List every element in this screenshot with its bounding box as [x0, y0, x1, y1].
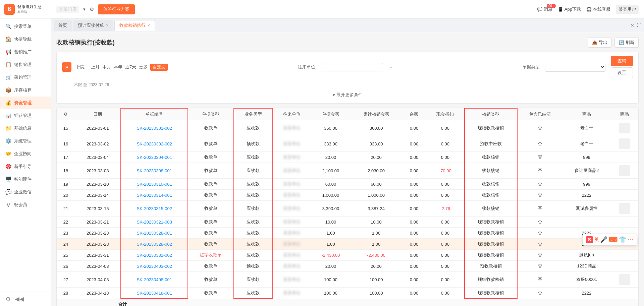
doc-no-link[interactable]: SK-20230304-001 [137, 155, 172, 160]
online-service-button[interactable]: 🎧 在线客服 [586, 6, 610, 12]
doc-no-link[interactable]: SK-20230308-001 [137, 168, 172, 173]
date-shortcut-custom[interactable]: 自定义 [150, 64, 168, 71]
collapse-icon[interactable]: ◀◀ [15, 295, 24, 303]
header-gear-icon[interactable]: ⚙ [90, 6, 94, 12]
doc-no-link[interactable]: SK-20230310-001 [137, 182, 172, 187]
col-header-include-settled[interactable]: 包含已结清 [517, 108, 562, 120]
doc-no-link[interactable]: SK-20230328-002 [137, 242, 172, 247]
setting-button[interactable]: 设置 [611, 67, 633, 78]
cell-seq: 17 [57, 152, 75, 163]
date-shortcut-7days[interactable]: 近7天 [125, 64, 136, 70]
app-download-button[interactable]: 📱 App下载 [558, 6, 581, 12]
doc-no-link[interactable]: SK-20230314-001 [137, 193, 172, 198]
doc-no-link[interactable]: SK-20230403-002 [137, 264, 172, 269]
sidebar-item-purchase[interactable]: 🛒 采购管理 [0, 71, 51, 84]
sidebar-item-inventory[interactable]: 📦 库存核算 [0, 84, 51, 97]
sidebar-item-hardware[interactable]: 🖥️ 智能硬件 [0, 173, 51, 186]
sidebar-item-guide[interactable]: 🎯 新手引导 [0, 160, 51, 173]
header-dropdown-icon[interactable]: ▾ [83, 7, 86, 12]
sidebar-item-enterprise[interactable]: 🤝 企业协同 [0, 147, 51, 160]
filter-area: » 日期 上月 本月 本年 近7天 更多 自定义 往来单位 ··· 单据类型 [56, 52, 639, 104]
cell-doc-no: SK-20230328-001 [121, 228, 188, 239]
tab-prepay[interactable]: 预计应收付单 × [73, 20, 113, 31]
keyboard-icon[interactable]: ⌨ [609, 236, 618, 243]
cell-partner: 某某单位 [273, 272, 311, 288]
doc-no-link[interactable]: SK-20230302-002 [137, 141, 172, 146]
sidebar-item-operations[interactable]: 📊 经营管理 [0, 109, 51, 122]
date-shortcut-this-year[interactable]: 本年 [114, 64, 122, 70]
filter-toggle-button[interactable]: » [62, 62, 71, 72]
export-button[interactable]: 📤 导出 [588, 38, 612, 48]
cell-balance: 0.00 [402, 272, 426, 288]
cell-amount: -2,430.00 [311, 250, 351, 261]
tab-expand-icon[interactable]: ⛶ [637, 23, 641, 28]
grid-icon[interactable]: ⋯ [628, 236, 634, 243]
col-header-biz-type[interactable]: 业务类型 [234, 108, 273, 120]
cell-date: 2023-04-18 [75, 288, 121, 299]
sidebar-item-system[interactable]: ⚙️ 系统管理 [0, 135, 51, 147]
doc-no-link[interactable]: SK-20230418-001 [137, 291, 172, 296]
sidebar-item-search[interactable]: 🔍 搜索菜单 [0, 20, 51, 33]
sidebar-item-wechat[interactable]: 💬 企业微信 [0, 186, 51, 198]
tab-close-all-icon[interactable]: ✕ [631, 23, 634, 28]
doc-no-link[interactable]: SK-20230301-002 [137, 126, 172, 131]
cell-balance: 0.00 [402, 163, 426, 179]
col-header-doc-type[interactable]: 单据类型 [188, 108, 233, 120]
doc-no-link[interactable]: SK-20230315-002 [137, 206, 172, 211]
messages-button[interactable]: 💬 消息 99+ [537, 6, 552, 12]
table-row: 17 2023-03-04 SK-20230304-001 收款单 应收款 某某… [57, 152, 638, 163]
sidebar-item-quick-nav[interactable]: 🏠 快捷导航 [0, 33, 51, 46]
doc-no-link[interactable]: SK-20230331-002 [137, 253, 172, 258]
doc-no-link[interactable]: SK-20230408-001 [137, 277, 172, 282]
cell-doc-type: 收款单 [188, 163, 233, 179]
col-header-doc-no[interactable]: 单据编号 [121, 108, 188, 120]
sidebar-item-member[interactable]: V 畅会员 [0, 198, 51, 211]
footer-discount [426, 299, 465, 306]
tab-collection-close[interactable]: × [148, 23, 150, 28]
doc-no-link[interactable]: SK-20230321-003 [137, 220, 172, 225]
mic-icon[interactable]: 🎤 [600, 236, 607, 243]
doc-type-filter-label: 单据类型 [522, 64, 540, 70]
cell-include-settled: 否 [517, 190, 562, 201]
sidebar-item-finance[interactable]: 💰 资金管理 [0, 97, 51, 109]
tab-home[interactable]: 首页 [54, 20, 72, 31]
partner-more-icon[interactable]: ··· [388, 65, 392, 70]
industry-solution-button[interactable]: 体验行业方案 [98, 4, 135, 14]
tab-collection-label: 收款核销执行 [119, 22, 146, 28]
page-title: 收款核销执行(按收款) [56, 39, 115, 47]
tab-prepay-close[interactable]: × [106, 23, 108, 28]
settings-gear-icon[interactable]: ⚙ [5, 295, 11, 303]
col-header-goods[interactable]: 商品 [562, 108, 611, 120]
cell-goods-img [611, 272, 638, 288]
cell-verify-type: 现结收款核销 [465, 272, 517, 288]
cell-partner: 某某单位 [273, 239, 311, 250]
shirt-icon[interactable]: 👕 [619, 236, 626, 243]
expand-more-button[interactable]: ▾ 展开更多条件 [331, 90, 364, 99]
col-header-goods-img[interactable]: 商品 [611, 108, 638, 120]
sidebar-item-basic[interactable]: 📁 基础信息 [0, 122, 51, 135]
partner-filter-input[interactable] [321, 63, 383, 71]
col-header-verify-type[interactable]: 核销类型 [465, 108, 517, 120]
col-header-verified[interactable]: 累计核销金额 [351, 108, 402, 120]
col-header-balance[interactable]: 余额 [402, 108, 426, 120]
col-header-discount[interactable]: 现金折扣 [426, 108, 465, 120]
date-shortcut-last-month[interactable]: 上月 [91, 64, 100, 70]
cell-doc-type: 收款单 [188, 190, 233, 201]
query-button[interactable]: 查询 [611, 56, 633, 66]
sidebar-label-basic: 基础信息 [14, 125, 32, 131]
col-header-date[interactable]: 日期 [75, 108, 121, 120]
doc-type-filter-select[interactable]: 收款单 红字收款单 [545, 63, 605, 72]
refresh-button[interactable]: 🔄 刷新 [614, 38, 639, 48]
doc-no-link[interactable]: SK-20230328-001 [137, 231, 172, 236]
date-shortcut-this-month[interactable]: 本月 [102, 64, 111, 70]
filter-sep-left [62, 95, 331, 95]
col-header-seq[interactable]: ⚙ [57, 108, 75, 120]
sidebar-item-marketing[interactable]: 📢 营销推广 [0, 46, 51, 58]
col-header-amount[interactable]: 单据金额 [311, 108, 351, 120]
col-header-partner[interactable]: 往来单位 [273, 108, 311, 120]
date-shortcut-more[interactable]: 更多 [139, 64, 148, 70]
sidebar-item-sales[interactable]: 📋 销售管理 [0, 58, 51, 71]
tab-collection[interactable]: 收款核销执行 × [114, 20, 155, 31]
cell-balance: 0.00 [402, 239, 426, 250]
user-avatar[interactable]: 某某用户 [616, 5, 639, 14]
